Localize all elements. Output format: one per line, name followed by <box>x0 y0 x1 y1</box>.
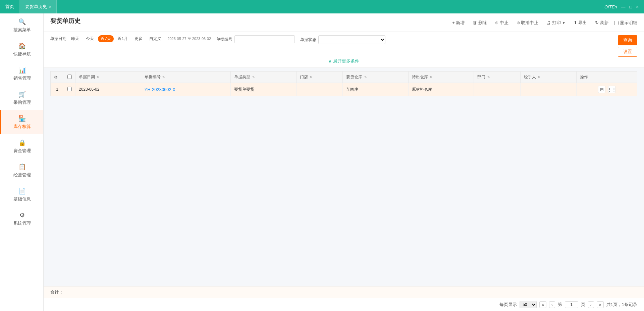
select-all-checkbox[interactable] <box>67 75 72 79</box>
status-select[interactable] <box>318 35 385 44</box>
sidebar-item-system[interactable]: ⚙ 系统管理 <box>0 207 43 231</box>
date-range-text: 2023-05-27 至 2023-06-02 <box>167 36 211 41</box>
sidebar-item-purchase-label: 采购管理 <box>13 99 31 105</box>
settings-btn[interactable]: 设置 <box>618 47 637 57</box>
finance-icon: 🔒 <box>18 139 26 146</box>
new-btn[interactable]: + 新增 <box>449 18 467 27</box>
row-store <box>296 83 343 96</box>
today-btn[interactable]: 今天 <box>83 35 97 42</box>
row-ops: ⊞ ⋮⋮ <box>576 83 637 96</box>
th-handler[interactable]: 经手人 ⇅ <box>520 72 576 83</box>
custom-btn[interactable]: 自定义 <box>147 35 164 42</box>
sidebar-item-system-label: 系统管理 <box>13 220 31 226</box>
table-wrap: ⚙ 单据日期 ⇅ 单据编号 ⇅ 单据类型 ⇅ 门店 ⇅ 要货仓库 ⇅ 待出仓库 … <box>44 68 644 286</box>
close-btn[interactable]: × <box>636 4 639 9</box>
doc-no-input[interactable] <box>234 35 295 43</box>
row-req-warehouse: 车间库 <box>343 83 408 96</box>
row-checkbox[interactable] <box>67 87 72 91</box>
row-checkbox-cell <box>64 83 75 96</box>
view-op-btn[interactable]: ⊞ <box>598 86 605 93</box>
page-input[interactable] <box>565 301 578 308</box>
per-page-select[interactable]: 10 20 50 100 <box>520 301 537 308</box>
sidebar-item-quick-nav[interactable]: 🏠 快捷导航 <box>0 38 43 62</box>
sidebar-item-basic-info[interactable]: 📄 基础信息 <box>0 183 43 207</box>
page-title: 要货单历史 <box>50 17 80 25</box>
sidebar: 🔍 搜索菜单 🏠 快捷导航 📊 销售管理 🛒 采购管理 🏪 库存核算 🔒 资金管… <box>0 13 44 311</box>
home-tab-label: 首页 <box>5 4 14 10</box>
prev-page-btn[interactable]: ‹ <box>549 301 555 308</box>
summary-label: 合计： <box>50 289 63 295</box>
doc-no-link[interactable]: YH-20230602-0 <box>145 87 175 92</box>
refresh-btn[interactable]: ↻ 刷新 <box>592 18 611 27</box>
basic-info-icon: 📄 <box>18 187 26 195</box>
filter-actions: 查询 设置 <box>618 35 637 57</box>
topbar-right: OfTEn — □ × <box>599 4 644 9</box>
maximize-btn[interactable]: □ <box>630 4 632 9</box>
th-ops: 操作 <box>576 72 637 83</box>
sidebar-item-search-menu-label: 搜索菜单 <box>13 27 31 33</box>
more-op-btn[interactable]: ⋮⋮ <box>608 86 615 93</box>
query-btn[interactable]: 查询 <box>618 35 637 45</box>
sidebar-item-inventory[interactable]: 🏪 库存核算 <box>0 110 43 134</box>
row-num: 1 <box>51 83 64 96</box>
filter-area: 单据日期 昨天 今天 近7天 近1月 更多 自定义 2023-05-27 至 2… <box>44 32 644 68</box>
table-footer: 合计： <box>44 286 644 298</box>
sidebar-item-inventory-label: 库存核算 <box>13 124 31 130</box>
expand-more-btn[interactable]: ∨ 展开更多条件 <box>328 58 359 64</box>
minimize-btn[interactable]: — <box>621 4 626 9</box>
row-doc-type: 要货单要货 <box>231 83 296 96</box>
pagination: 每页显示 10 20 50 100 « ‹ 第 页 › » 共1页，1条记录 <box>44 298 644 311</box>
table-body: 1 2023-06-02 YH-20230602-0 要货单要货 车间库 原材料… <box>51 83 637 96</box>
search-menu-icon: 🔍 <box>18 18 26 26</box>
expand-down-icon: ∨ <box>328 59 332 64</box>
th-doc-no[interactable]: 单据编号 ⇅ <box>141 72 231 83</box>
export-btn[interactable]: ⬆ 导出 <box>571 18 590 27</box>
cancel-stop-btn[interactable]: ⊙ 取消中止 <box>514 18 541 27</box>
tab-active[interactable]: 要货单历史 × <box>20 0 57 13</box>
sidebar-item-operations[interactable]: 📋 经营管理 <box>0 159 43 183</box>
th-checkbox <box>64 72 75 83</box>
system-icon: ⚙ <box>19 212 25 219</box>
quick-nav-icon: 🏠 <box>18 42 26 50</box>
date-filter-label: 单据日期 <box>50 36 66 42</box>
show-detail-checkbox[interactable] <box>614 21 619 25</box>
page-label: 第 <box>558 302 562 308</box>
th-doc-type[interactable]: 单据类型 ⇅ <box>231 72 296 83</box>
recent1m-btn[interactable]: 近1月 <box>115 35 131 42</box>
total-label: 共1页，1条记录 <box>606 302 637 308</box>
th-settings[interactable]: ⚙ <box>51 72 64 83</box>
often-label: OfTEn <box>604 4 617 9</box>
table-header: ⚙ 单据日期 ⇅ 单据编号 ⇅ 单据类型 ⇅ 门店 ⇅ 要货仓库 ⇅ 待出仓库 … <box>51 72 637 83</box>
per-page-label: 每页显示 <box>499 302 517 308</box>
sidebar-item-purchase[interactable]: 🛒 采购管理 <box>0 86 43 110</box>
status-label: 单据状态 <box>300 37 316 43</box>
sidebar-item-quick-nav-label: 快捷导航 <box>13 51 31 57</box>
sidebar-item-sales-label: 销售管理 <box>13 75 31 81</box>
delete-btn[interactable]: 🗑 删除 <box>470 18 490 27</box>
recent7-btn[interactable]: 近7天 <box>98 35 114 42</box>
more-btn[interactable]: 更多 <box>132 35 145 42</box>
th-store[interactable]: 门店 ⇅ <box>296 72 343 83</box>
tab-home[interactable]: 首页 <box>0 0 20 13</box>
sales-icon: 📊 <box>18 66 26 74</box>
last-page-btn[interactable]: » <box>597 301 604 308</box>
sidebar-item-finance[interactable]: 🔒 资金管理 <box>0 134 43 159</box>
th-doc-date[interactable]: 单据日期 ⇅ <box>75 72 141 83</box>
sidebar-item-search-menu[interactable]: 🔍 搜索菜单 <box>0 13 43 38</box>
yesterday-btn[interactable]: 昨天 <box>68 35 82 42</box>
th-req-warehouse[interactable]: 要货仓库 ⇅ <box>343 72 408 83</box>
stop-btn[interactable]: ⊙ 中止 <box>492 18 511 27</box>
topbar-tabs: 首页 要货单历史 × <box>0 0 599 13</box>
row-doc-no: YH-20230602-0 <box>141 83 231 96</box>
th-dept[interactable]: 部门 ⇅ <box>474 72 521 83</box>
print-btn[interactable]: 🖨 打印 ▼ <box>544 18 568 27</box>
print-dropdown-icon[interactable]: ▼ <box>562 21 566 25</box>
show-detail-label: 显示明细 <box>620 20 637 26</box>
table-row: 1 2023-06-02 YH-20230602-0 要货单要货 车间库 原材料… <box>51 83 637 96</box>
close-tab-icon[interactable]: × <box>49 5 51 9</box>
th-pending-warehouse[interactable]: 待出仓库 ⇅ <box>408 72 474 83</box>
next-page-btn[interactable]: › <box>588 301 594 308</box>
main-layout: 🔍 搜索菜单 🏠 快捷导航 📊 销售管理 🛒 采购管理 🏪 库存核算 🔒 资金管… <box>0 13 644 311</box>
sidebar-item-sales[interactable]: 📊 销售管理 <box>0 62 43 86</box>
first-page-btn[interactable]: « <box>539 301 546 308</box>
